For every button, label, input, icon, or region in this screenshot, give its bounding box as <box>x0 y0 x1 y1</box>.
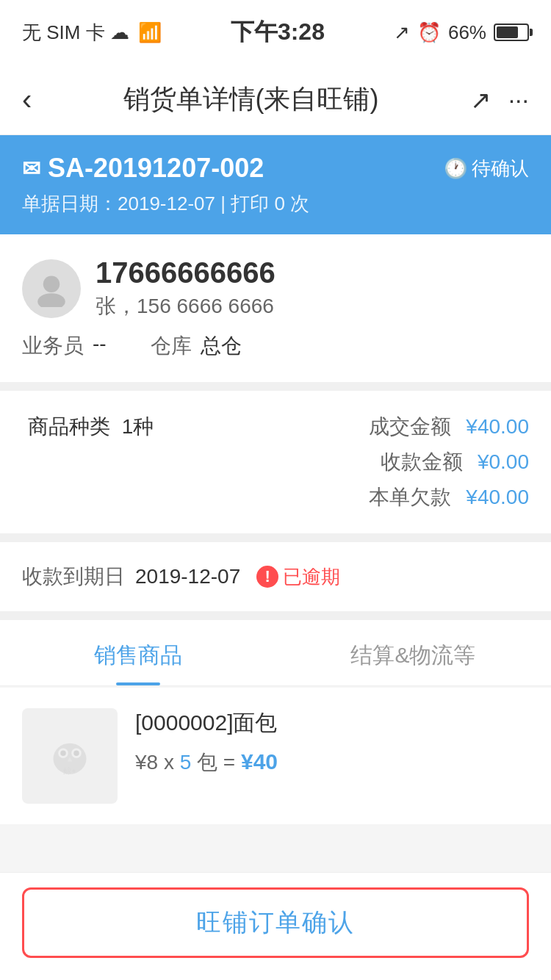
customer-info: 17666666666 张，156 6666 6666 <box>96 256 276 320</box>
deal-amount-row: 成交金额 ¥40.00 <box>369 413 529 441</box>
product-kind-value: 1种 <box>122 415 154 438</box>
location-icon: ↗ <box>394 21 410 44</box>
tab-products-label: 销售商品 <box>94 643 182 667</box>
product-item: 鲸+ [0000002]面包 ¥8 x 5 包 = ¥40 <box>0 688 551 825</box>
product-name: [0000002]面包 <box>135 708 529 738</box>
product-unit: 包 <box>197 751 217 774</box>
status-right: ↗ ⏰ 66% <box>394 21 529 44</box>
battery-icon <box>494 24 529 41</box>
warehouse-item: 仓库 总仓 <box>151 332 242 360</box>
order-icon: ✉ <box>22 156 40 181</box>
svg-point-1 <box>37 293 65 307</box>
warehouse-label: 仓库 <box>151 332 192 360</box>
order-banner-top: ✉ SA-20191207-002 🕐 待确认 <box>22 153 529 184</box>
svg-point-0 <box>43 275 60 292</box>
overdue-text: 已逾期 <box>283 564 340 590</box>
nav-right-actions: ↗ ··· <box>470 85 529 115</box>
svg-text:鲸+: 鲸+ <box>63 766 76 775</box>
product-image: 鲸+ <box>22 708 118 804</box>
alarm-icon: ⏰ <box>417 21 441 44</box>
status-bar: 无 SIM 卡 ☁ 📶 下午3:28 ↗ ⏰ 66% <box>0 0 551 65</box>
customer-name: 张，156 6666 6666 <box>96 292 276 320</box>
no-sim-text: 无 SIM 卡 ☁ <box>22 20 129 46</box>
more-icon[interactable]: ··· <box>508 85 529 114</box>
owed-amount-row: 本单欠款 ¥40.00 <box>369 483 529 511</box>
product-kind-label: 商品种类 <box>28 415 110 438</box>
warehouse-value: 总仓 <box>201 332 242 360</box>
product-thumbnail: 鲸+ <box>40 734 99 778</box>
tabs-row: 销售商品 结算&物流等 <box>0 620 551 685</box>
tab-settlement-label: 结算&物流等 <box>350 643 475 667</box>
price-equals: = <box>223 751 241 774</box>
deal-amount-label: 成交金额 <box>369 413 451 441</box>
order-banner: ✉ SA-20191207-002 🕐 待确认 单据日期：2019-12-07 … <box>0 135 551 234</box>
price-multiply: x <box>164 751 180 774</box>
summary-right: 成交金额 ¥40.00 收款金额 ¥0.00 本单欠款 ¥40.00 <box>369 413 529 511</box>
tab-settlement[interactable]: 结算&物流等 <box>276 620 551 685</box>
bottom-bar: 旺铺订单确认 <box>0 872 551 980</box>
product-section: 鲸+ [0000002]面包 ¥8 x 5 包 = ¥40 <box>0 688 551 825</box>
salesperson-item: 业务员 -- <box>22 332 107 360</box>
status-left: 无 SIM 卡 ☁ 📶 <box>22 20 162 46</box>
due-date-label: 收款到期日 <box>22 563 125 591</box>
wifi-icon: 📶 <box>138 21 162 44</box>
customer-top: 17666666666 张，156 6666 6666 <box>22 256 529 320</box>
due-date-section: 收款到期日 2019-12-07 ! 已逾期 <box>0 542 551 620</box>
confirm-button[interactable]: 旺铺订单确认 <box>22 887 529 958</box>
salesperson-value: -- <box>93 332 107 360</box>
salesperson-label: 业务员 <box>22 332 84 360</box>
order-id: ✉ SA-20191207-002 <box>22 153 264 184</box>
back-button[interactable]: ‹ <box>22 83 32 116</box>
battery-text: 66% <box>448 21 486 44</box>
received-label: 收款金额 <box>381 448 463 476</box>
product-kind-item: 商品种类 1种 <box>22 413 154 441</box>
customer-phone: 17666666666 <box>96 256 276 289</box>
product-qty: 5 <box>180 751 192 774</box>
order-status-text: 待确认 <box>472 156 529 181</box>
received-amount-row: 收款金额 ¥0.00 <box>381 448 529 476</box>
overdue-icon: ! <box>256 566 278 588</box>
status-time: 下午3:28 <box>231 16 325 48</box>
owed-label: 本单欠款 <box>369 483 451 511</box>
owed-value: ¥40.00 <box>466 486 529 509</box>
summary-section: 商品种类 1种 成交金额 ¥40.00 收款金额 ¥0.00 本单欠款 ¥40.… <box>0 391 551 542</box>
product-info: [0000002]面包 ¥8 x 5 包 = ¥40 <box>135 708 529 777</box>
order-status: 🕐 待确认 <box>444 156 529 181</box>
svg-point-5 <box>60 751 66 757</box>
product-total: ¥40 <box>241 749 278 774</box>
due-date-value: 2019-12-07 <box>135 565 240 588</box>
status-clock-icon: 🕐 <box>444 157 467 180</box>
order-id-text: SA-20191207-002 <box>48 153 264 184</box>
summary-left: 商品种类 1种 <box>22 413 154 441</box>
customer-avatar <box>22 259 81 318</box>
deal-amount-value: ¥40.00 <box>466 415 529 439</box>
product-price: ¥8 <box>135 751 158 774</box>
nav-bar: ‹ 销货单详情(来自旺铺) ↗ ··· <box>0 65 551 135</box>
tabs-section: 销售商品 结算&物流等 <box>0 620 551 686</box>
page-title: 销货单详情(来自旺铺) <box>123 82 379 118</box>
product-price-row: ¥8 x 5 包 = ¥40 <box>135 749 529 777</box>
customer-section: 17666666666 张，156 6666 6666 业务员 -- 仓库 总仓 <box>0 234 551 391</box>
overdue-badge: ! 已逾期 <box>256 564 340 590</box>
svg-point-6 <box>73 751 79 757</box>
customer-meta: 业务员 -- 仓库 总仓 <box>22 332 529 360</box>
order-date: 单据日期：2019-12-07 | 打印 0 次 <box>22 191 529 217</box>
tab-products[interactable]: 销售商品 <box>0 620 276 685</box>
received-value: ¥0.00 <box>478 450 529 474</box>
share-icon[interactable]: ↗ <box>470 85 491 115</box>
